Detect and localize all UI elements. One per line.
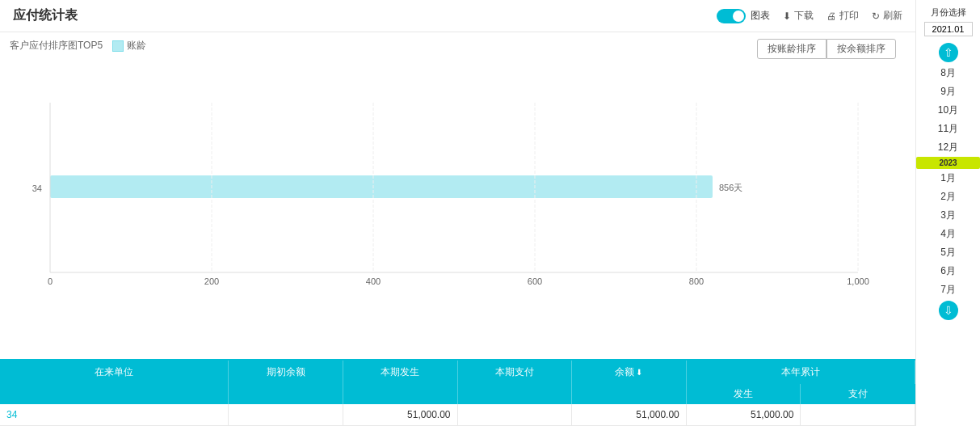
balance-sort-icon: ⬇ (636, 368, 642, 377)
print-button[interactable]: 🖨 打印 (826, 9, 859, 23)
svg-text:34: 34 (32, 183, 42, 193)
month-item-1[interactable]: 1月 (916, 169, 980, 188)
month-item-2[interactable]: 2月 (916, 188, 980, 206)
col-opening-header: 期初余额 (229, 361, 343, 384)
download-label: 下载 (794, 9, 814, 23)
sort-by-amount-button[interactable]: 按余额排序 (826, 39, 896, 59)
header-actions: 图表 ⬇ 下载 🖨 打印 ↻ 刷新 (717, 9, 902, 23)
month-item-8[interactable]: 8月 (916, 64, 980, 82)
legend-text: 客户应付排序图TOP5 (10, 39, 103, 53)
month-item-4[interactable]: 4月 (916, 225, 980, 243)
month-item-11[interactable]: 11月 (916, 120, 980, 138)
col-ytd-pay-header: 支付 (801, 384, 915, 404)
svg-text:0: 0 (48, 276, 53, 286)
col-ytd-occur-header: 发生 (687, 384, 801, 404)
svg-text:1,000: 1,000 (847, 276, 869, 286)
svg-text:600: 600 (528, 276, 542, 286)
cell-curr-occur: 51,000.00 (343, 404, 458, 425)
cell-ytd-pay (801, 404, 915, 425)
legend-color-label: 账龄 (127, 39, 146, 53)
refresh-label: 刷新 (883, 9, 902, 23)
sidebar-down-button[interactable]: ⇩ (939, 301, 958, 320)
refresh-button[interactable]: ↻ 刷新 (872, 9, 902, 23)
page-title: 应付统计表 (13, 7, 78, 24)
table-header: 在来单位 期初余额 本期发生 本期支付 余额 ⬇ 本年累计 (0, 361, 915, 384)
cell-unit: 34 (0, 404, 229, 425)
table-row: 34 51,000.00 51,000.00 51,000.00 (0, 404, 915, 426)
month-item-3[interactable]: 3月 (916, 206, 980, 225)
legend-item: 账龄 (112, 39, 146, 53)
chart-toggle-wrap[interactable]: 图表 (717, 9, 770, 23)
month-item-5[interactable]: 5月 (916, 243, 980, 262)
right-sidebar: 月份选择 ⇧ 8月 9月 10月 11月 12月 2023 1月 2月 3月 4… (915, 0, 980, 426)
col-curr-pay-header: 本期支付 (458, 361, 573, 384)
month-item-6[interactable]: 6月 (916, 262, 980, 280)
refresh-icon: ↻ (872, 11, 880, 22)
year-input[interactable] (924, 22, 973, 36)
col-curr-occur-header: 本期发生 (343, 361, 458, 384)
month-item-12[interactable]: 12月 (916, 138, 980, 157)
print-label: 打印 (839, 9, 859, 23)
sort-by-balance-button[interactable]: 按账龄排序 (757, 39, 826, 59)
download-button[interactable]: ⬇ 下载 (783, 9, 814, 23)
table-sub-header: 发生 支付 (0, 384, 915, 404)
bar-chart: 34 856天 0 200 400 600 800 (10, 62, 882, 305)
svg-text:400: 400 (366, 276, 381, 286)
download-icon: ⬇ (783, 11, 791, 22)
svg-text:856天: 856天 (719, 183, 742, 192)
col-unit-header: 在来单位 (0, 361, 229, 384)
chart-legend: 客户应付排序图TOP5 账龄 (10, 39, 146, 53)
month-item-7[interactable]: 7月 (916, 280, 980, 299)
cell-ytd-occur: 51,000.00 (687, 404, 801, 425)
cell-curr-pay (458, 404, 573, 425)
table-section: 在来单位 期初余额 本期发生 本期支付 余额 ⬇ 本年累计 发生 支付 (0, 359, 915, 426)
cell-opening (229, 404, 343, 425)
chart-bar (50, 175, 713, 198)
unit-link[interactable]: 34 (6, 409, 17, 420)
sidebar-title: 月份选择 (931, 6, 966, 19)
cell-balance: 51,000.00 (572, 404, 687, 425)
col-ytd-header: 本年累计 (687, 361, 915, 384)
page-header: 应付统计表 图表 ⬇ 下载 🖨 打印 ↻ 刷新 (0, 0, 915, 32)
chart-wrapper: 34 856天 0 200 400 600 800 (10, 62, 906, 307)
svg-text:800: 800 (689, 276, 704, 286)
col-balance-header: 余额 ⬇ (572, 361, 687, 384)
toggle-label: 图表 (751, 9, 770, 23)
month-item-9[interactable]: 9月 (916, 82, 980, 101)
print-icon: 🖨 (826, 11, 836, 22)
sidebar-up-button[interactable]: ⇧ (939, 43, 958, 62)
current-year-label: 2023 (916, 157, 980, 169)
sort-controls: 按账龄排序 按余额排序 (757, 39, 896, 59)
chart-section: 客户应付排序图TOP5 账龄 按账龄排序 按余额排序 34 (0, 32, 915, 359)
legend-color-box (112, 40, 124, 52)
month-item-10[interactable]: 10月 (916, 101, 980, 120)
chart-toggle[interactable] (717, 9, 746, 23)
svg-text:200: 200 (204, 276, 219, 286)
